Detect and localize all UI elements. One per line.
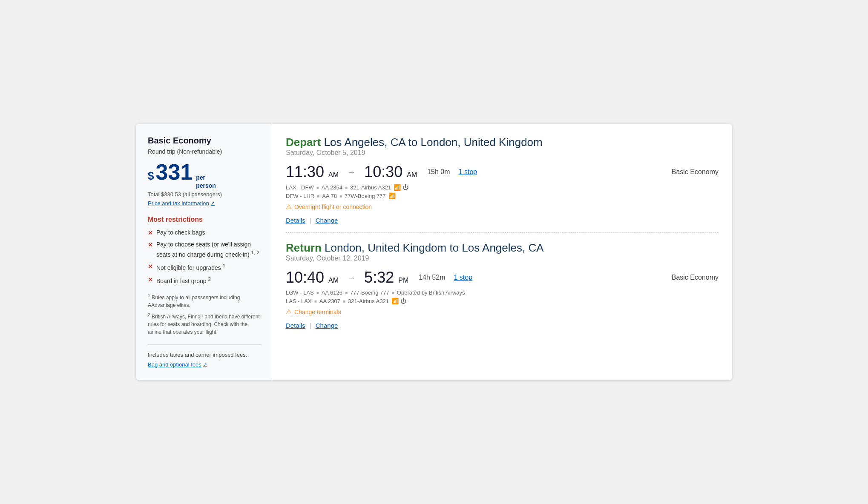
return-arrow-icon: →	[347, 273, 356, 283]
return-depart-ampm: AM	[328, 277, 339, 284]
return-stops-link[interactable]: 1 stop	[454, 274, 472, 281]
x-icon: ✕	[148, 241, 153, 249]
depart-route: Los Angeles, CA to London, United Kingdo…	[324, 136, 543, 149]
external-link-icon: ➚	[211, 200, 215, 206]
return-direction: Return London, United Kingdom to Los Ang…	[286, 241, 719, 255]
warning-triangle-icon: ⚠	[286, 203, 292, 211]
return-seg1-details: LGW - LAS ■ AA 6126 ■ 777-Boeing 777 ■ O…	[286, 289, 719, 296]
depart-time: 11:30 AM	[286, 164, 339, 180]
footnotes: 1 Rules apply to all passengers includin…	[148, 292, 262, 336]
return-header: Return London, United Kingdom to Los Ang…	[286, 241, 719, 262]
depart-change-link[interactable]: Change	[316, 217, 338, 224]
depart-duration: 15h 0m	[427, 168, 450, 176]
return-word: Return	[286, 241, 322, 254]
list-item: ✕ Pay to choose seats (or we'll assign s…	[148, 241, 262, 259]
total-price: Total $330.53 (all passengers)	[148, 191, 262, 198]
depart-action-row: Details | Change	[286, 217, 719, 224]
x-icon: ✕	[148, 263, 153, 271]
includes-fees: Includes taxes and carrier imposed fees.	[148, 352, 262, 358]
depart-seg1-details: LAX - DFW ■ AA 2354 ■ 321-Airbus A321 📶 …	[286, 184, 719, 191]
footnote-1: 1 Rules apply to all passengers includin…	[148, 292, 262, 309]
restrictions-title: Most restrictions	[148, 216, 262, 223]
return-wifi-icon: 📶	[391, 298, 399, 304]
return-cabin: Basic Economy	[672, 274, 719, 281]
section-divider	[286, 232, 719, 233]
return-times-row: 10:40 AM → 5:32 PM 14h 52m 1 stop Basic …	[286, 270, 719, 285]
divider	[148, 344, 262, 345]
depart-word: Depart	[286, 136, 321, 149]
round-trip-label: Round trip (Non-refundable)	[148, 148, 262, 155]
depart-date: Saturday, October 5, 2019	[286, 149, 719, 157]
depart-seg2-details: DFW - LHR ■ AA 78 ■ 77W-Boeing 777 📶	[286, 192, 719, 199]
per-person-label: perperson	[196, 174, 216, 189]
power-icon: ⏻	[402, 184, 408, 191]
price-amount: 331	[155, 161, 193, 183]
x-icon: ✕	[148, 229, 153, 238]
return-power-icon: ⏻	[400, 298, 406, 304]
depart-times-row: 11:30 AM → 10:30 AM 15h 0m 1 stop Basic …	[286, 164, 719, 180]
price-row: $ 331 perperson	[148, 161, 262, 189]
dollar-sign: $	[148, 169, 154, 183]
arrow-icon: →	[347, 167, 356, 177]
return-date: Saturday, October 12, 2019	[286, 255, 719, 262]
external-link-icon-2: ➚	[203, 362, 207, 367]
list-item: ✕ Not eligible for upgrades 1	[148, 262, 262, 272]
arrive-time: 10:30 AM	[364, 164, 417, 180]
left-panel: Basic Economy Round trip (Non-refundable…	[136, 124, 272, 380]
return-depart-time: 10:40 AM	[286, 270, 339, 285]
return-section: Return London, United Kingdom to Los Ang…	[286, 241, 719, 329]
depart-ampm: AM	[328, 171, 339, 178]
depart-details-link[interactable]: Details	[286, 217, 305, 224]
bag-fees-link[interactable]: Bag and optional fees ➚	[148, 361, 207, 368]
depart-stops-link[interactable]: 1 stop	[459, 168, 477, 176]
x-icon: ✕	[148, 276, 153, 284]
return-duration: 14h 52m	[419, 274, 445, 281]
restriction-list: ✕ Pay to check bags ✕ Pay to choose seat…	[148, 229, 262, 286]
right-panel: Depart Los Angeles, CA to London, United…	[272, 124, 732, 380]
return-seg2-details: LAS - LAX ■ AA 2307 ■ 321-Airbus A321 📶 …	[286, 298, 719, 304]
wifi-icon-2: 📶	[388, 192, 396, 199]
return-change-link[interactable]: Change	[316, 322, 338, 329]
return-action-row: Details | Change	[286, 322, 719, 329]
wifi-icon: 📶	[394, 184, 401, 191]
list-item: ✕ Board in last group 2	[148, 275, 262, 285]
return-warning-triangle-icon: ⚠	[286, 308, 292, 316]
return-arrive-time: 5:32 PM	[364, 270, 408, 285]
depart-header: Depart Los Angeles, CA to London, United…	[286, 136, 719, 157]
footnote-2: 2 British Airways, Finnair and Iberia ha…	[148, 312, 262, 336]
return-arrive-ampm: PM	[398, 277, 408, 284]
depart-section: Depart Los Angeles, CA to London, United…	[286, 136, 719, 224]
flight-card: Basic Economy Round trip (Non-refundable…	[136, 124, 732, 380]
arrive-ampm: AM	[407, 171, 417, 178]
list-item: ✕ Pay to check bags	[148, 229, 262, 238]
price-tax-link[interactable]: Price and tax information ➚	[148, 200, 215, 206]
depart-warning: ⚠ Overnight flight or connection	[286, 203, 719, 211]
depart-direction: Depart Los Angeles, CA to London, United…	[286, 136, 719, 149]
panel-title: Basic Economy	[148, 136, 262, 146]
return-warning: ⚠ Change terminals	[286, 308, 719, 316]
return-details-link[interactable]: Details	[286, 322, 305, 329]
depart-cabin: Basic Economy	[672, 168, 719, 176]
return-route: London, United Kingdom to Los Angeles, C…	[325, 241, 544, 254]
